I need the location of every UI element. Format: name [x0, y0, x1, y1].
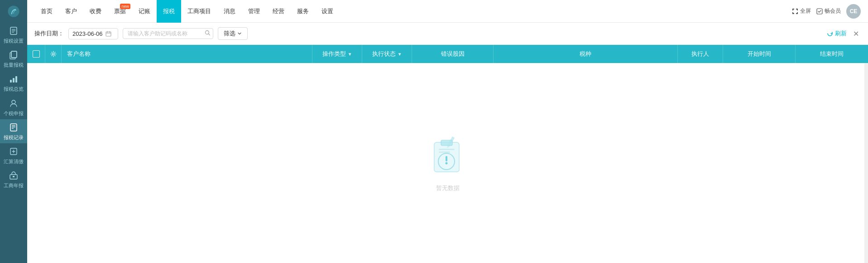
nav-jizhang[interactable]: 记账: [132, 0, 157, 23]
user-avatar[interactable]: CE: [846, 4, 861, 19]
th-exec-status[interactable]: 执行状态 ▼: [362, 45, 412, 63]
table-body-empty: 暂无数据: [27, 63, 868, 263]
search-icon: [205, 30, 211, 36]
svg-rect-8: [10, 80, 12, 83]
select-all-checkbox[interactable]: [33, 50, 40, 58]
svg-rect-18: [13, 176, 14, 177]
huisuanjiaona-label: 汇算清缴: [4, 159, 24, 165]
member-btn[interactable]: 畅会员: [816, 7, 841, 15]
sidebar-item-baoshuizonglan[interactable]: 报税总览: [0, 71, 27, 95]
nav-home[interactable]: 首页: [34, 0, 59, 23]
filter-button[interactable]: 筛选: [218, 27, 248, 40]
toolbar: 操作日期： 2023-06-06: [27, 23, 868, 45]
content: 操作日期： 2023-06-06: [27, 23, 868, 263]
baoshuijilu-icon: [9, 123, 18, 133]
svg-rect-9: [13, 78, 14, 83]
topnav-right: 全屏 畅会员 CE: [792, 4, 861, 19]
new-badge-piaoju: new: [120, 4, 130, 10]
fullscreen-icon: [792, 8, 798, 15]
sidebar-item-gongshangnianban[interactable]: 工商年报: [0, 167, 27, 191]
table-wrap: 客户名称 操作类型 ▼ 执行状态 ▼ 错误股因 税种 执行人: [27, 45, 868, 263]
sidebar-item-baoshuijilu[interactable]: 报税记录: [0, 119, 27, 143]
geshuishenbao-label: 个税申报: [4, 111, 24, 117]
nav-gongshang[interactable]: 工商项目: [181, 0, 217, 23]
empty-state-icon: [427, 134, 468, 180]
chevron-down-icon: [237, 31, 242, 36]
geshuishenbao-icon: [9, 99, 18, 109]
piliangbaoshui-label: 批量报税: [4, 62, 24, 68]
empty-text: 暂无数据: [436, 184, 460, 192]
baoshuizonglan-label: 报税总览: [4, 86, 24, 92]
sidebar-item-baoshuishezhi[interactable]: 报税设置: [0, 23, 27, 47]
nav-piaoju[interactable]: 票据 new: [108, 0, 132, 23]
nav-baoshui[interactable]: 报税: [157, 0, 181, 23]
sort-op-type-icon: ▼: [348, 52, 352, 57]
svg-point-11: [12, 100, 15, 104]
topnav: 首页 客户 收费 票据 new 记账 报税 工商项目 消息: [27, 0, 868, 23]
refresh-icon: [827, 30, 833, 37]
date-label: 操作日期：: [34, 29, 64, 38]
th-tax-type: 税种: [494, 45, 678, 63]
sidebar-item-geshuishenbao[interactable]: 个税申报: [0, 95, 27, 119]
svg-rect-12: [10, 124, 17, 131]
member-icon: [816, 8, 823, 15]
svg-rect-33: [446, 156, 447, 161]
main-area: 首页 客户 收费 票据 new 记账 报税 工商项目 消息: [27, 0, 868, 263]
th-settings[interactable]: [45, 45, 62, 63]
nav-xiaoxi[interactable]: 消息: [217, 0, 242, 23]
toolbar-right: 刷新 ✕: [827, 29, 861, 38]
sidebar-logo: [0, 0, 27, 23]
sidebar-item-huisuanjiaona[interactable]: 汇算清缴: [0, 143, 27, 167]
sidebar: 报税设置 批量报税 报税总览 个税申报 报税记录 汇算清缴 工商: [0, 0, 27, 263]
svg-point-26: [53, 53, 54, 55]
svg-point-34: [445, 162, 447, 164]
date-picker[interactable]: 2023-06-06: [68, 28, 118, 39]
nav-items: 首页 客户 收费 票据 new 记账 报税 工商项目 消息: [34, 0, 792, 23]
refresh-button[interactable]: 刷新: [827, 29, 847, 38]
svg-rect-10: [15, 76, 17, 83]
search-input[interactable]: [123, 28, 213, 39]
svg-rect-36: [439, 151, 450, 153]
settings-icon: [50, 51, 57, 57]
sort-exec-status-icon: ▼: [398, 52, 402, 57]
gongshangnianban-icon: [9, 171, 18, 181]
nav-guanli[interactable]: 管理: [242, 0, 266, 23]
nav-fuwu[interactable]: 服务: [291, 0, 315, 23]
baoshuishezhi-label: 报税设置: [4, 38, 24, 44]
svg-rect-19: [817, 9, 822, 14]
gongshangnianban-label: 工商年报: [4, 183, 24, 189]
close-button[interactable]: ✕: [851, 29, 861, 38]
fullscreen-btn[interactable]: 全屏: [792, 7, 811, 15]
th-start-time: 开始时间: [723, 45, 796, 63]
baoshuijilu-label: 报税记录: [4, 135, 24, 141]
nav-shezhi[interactable]: 设置: [315, 0, 340, 23]
svg-point-0: [8, 5, 19, 17]
svg-rect-6: [11, 51, 17, 58]
search-wrap: [123, 28, 213, 39]
piliangbaoshui-icon: [9, 50, 18, 61]
nav-shoufei[interactable]: 收费: [83, 0, 108, 23]
huisuanjiaona-icon: [9, 147, 18, 157]
empty-illustration: 暂无数据: [427, 134, 468, 192]
nav-jingying[interactable]: 经营: [266, 0, 291, 23]
scroll-track[interactable]: [864, 63, 868, 263]
th-client-name: 客户名称: [62, 45, 312, 63]
th-error-reason: 错误股因: [412, 45, 494, 63]
svg-rect-20: [106, 32, 111, 36]
baoshuizonglan-icon: [9, 74, 18, 85]
nav-client[interactable]: 客户: [59, 0, 83, 23]
th-executor: 执行人: [678, 45, 723, 63]
calendar-icon: [106, 31, 111, 37]
sidebar-item-piliangbaoshui[interactable]: 批量报税: [0, 47, 27, 71]
th-checkbox[interactable]: [27, 45, 45, 63]
svg-rect-35: [439, 149, 455, 150]
svg-rect-31: [441, 140, 452, 146]
th-end-time: 结束时间: [796, 45, 868, 63]
table-header: 客户名称 操作类型 ▼ 执行状态 ▼ 错误股因 税种 执行人: [27, 45, 868, 63]
th-op-type[interactable]: 操作类型 ▼: [312, 45, 362, 63]
baoshuishezhi-icon: [9, 26, 18, 37]
search-button[interactable]: [205, 30, 211, 37]
svg-line-25: [209, 34, 210, 35]
